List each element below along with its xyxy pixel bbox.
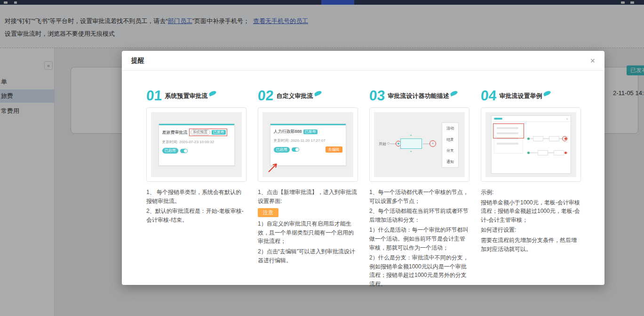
step-3-title: 审批流设计器功能描述 (388, 92, 449, 100)
step-4-example-text: 报销单金额小于1000元，老板-会计审核流程；报销单金额超过1000元，老板-会… (481, 198, 581, 225)
teal-swoosh-icon (543, 90, 551, 96)
red-highlight-box: 系统预置 已发布 (189, 129, 227, 136)
enabled-tag: 已启用 (162, 148, 178, 154)
flow-start-label: 开始 (379, 141, 386, 146)
menu-item-end: 结束 (446, 137, 454, 142)
step-2-point-1: 1）自定义的审批流只有启用后才能生效，且一个单据类型只能有一个启用的审批流程； (258, 219, 358, 246)
step-2-custom-flow: 02 自定义审批流 人力行政部888 已发布 更新时间: 2020-11-20 … (258, 86, 358, 290)
add-node-icon: + (410, 150, 412, 154)
enabled-tag: 已启用 (274, 147, 290, 153)
red-circle-highlight: + (429, 140, 436, 147)
step-4-description: 示例: 报销单金额小于1000元，老板-会计审核流程；报销单金额超过1000元，… (481, 188, 581, 253)
flow-start-node (387, 142, 390, 145)
preset-tag: 系统预置 (191, 130, 210, 135)
step-4-card: × (481, 107, 581, 182)
reminder-dialog: 提醒 × 01 系统预置审批流 差旅费审批流 (122, 51, 604, 285)
step-1-card: 差旅费审批流 系统预置 已发布 更新时间: 2020-07-23 10:00:3… (146, 107, 246, 182)
step-2-header: 02 自定义审批流 (258, 86, 358, 103)
step-3-thumbnail: 开始 + + + 活动 结束 分支 通知 (374, 112, 465, 177)
step-1-preset-flow: 01 系统预置审批流 差旅费审批流 系统预置 已发布 (146, 86, 246, 290)
step-3-description: 1、每一个活动都代表一个审核的节点，可以设置多个节点； 2、每个活动都能在当前环… (369, 188, 469, 289)
enabled-toggle (292, 147, 299, 152)
step-3-point-3: 1）什么是活动：每一个审批的环节都叫做一个活动。例如当前环节是会计主管审核，那就… (369, 226, 469, 252)
step-3-header: 03 审批流设计器功能描述 (369, 86, 469, 103)
step-3-point-4: 2）什么是分支：审批流中不同的分支，例如报销单金额1000元以内是一个审批流程；… (369, 253, 469, 288)
flow-node (538, 150, 548, 155)
designer-mini-window: × (491, 115, 571, 174)
flow-end-dot (564, 152, 567, 154)
menu-item-activity: 活动 (446, 126, 454, 131)
step-2-number: 02 (257, 89, 274, 103)
mini-update-time: 更新时间: 2020-07-23 10:00:32 (162, 139, 231, 145)
dialog-title: 提醒 (131, 57, 144, 65)
step-1-number: 01 (146, 89, 162, 103)
step-3-point-1: 1、每一个活动都代表一个审核的节点，可以设置多个节点； (369, 188, 469, 205)
step-3-designer-features: 03 审批流设计器功能描述 开始 + + + 活动 结束 (369, 86, 469, 290)
step-4-howto-text: 需要在流程前先增加分支条件，然后增加对应活动就可以。 (481, 236, 581, 253)
mini-close-icon: × (566, 117, 568, 121)
mini-card-title: 人力行政部888 (274, 129, 302, 135)
red-highlight-rect (493, 123, 524, 138)
step-1-point-2: 2、默认的审批流程是：开始-老板审核-会计审核-结束。 (146, 207, 246, 224)
step-4-title: 审批流设置举例 (499, 92, 542, 100)
menu-item-branch: 分支 (446, 148, 454, 153)
teal-swoosh-icon (450, 90, 458, 96)
menu-item-notify: 通知 (446, 159, 454, 164)
published-tag: 已发布 (212, 130, 226, 135)
close-icon[interactable]: × (590, 57, 595, 65)
mini-flow-card: 差旅费审批流 系统预置 已发布 更新时间: 2020-07-23 10:00:3… (159, 123, 235, 166)
flow-start-dot (527, 152, 530, 154)
mini-window-titlebar: × (492, 116, 571, 122)
step-3-card: 开始 + + + 活动 结束 分支 通知 (369, 107, 469, 182)
step-2-thumbnail: 人力行政部888 已发布 更新时间: 2020-11-20 17:27:07 已… (262, 112, 353, 177)
flow-node (533, 136, 543, 141)
form-field-bar (497, 143, 518, 145)
step-1-header: 01 系统预置审批流 (146, 86, 246, 103)
step-4-thumbnail: × (485, 112, 576, 177)
mini-update-time: 更新时间: 2020-11-20 17:27:07 (274, 138, 342, 143)
teal-swoosh-icon (208, 90, 217, 96)
mini-flow-card: 人力行政部888 已发布 更新时间: 2020-11-20 17:27:07 已… (270, 123, 346, 166)
step-2-description: 1、点击【新增审批流】，进入到审批流设置界面: 注意 1）自定义的审批流只有启用… (258, 188, 358, 265)
step-4-example-label: 示例: (481, 188, 581, 197)
dialog-body: 01 系统预置审批流 差旅费审批流 系统预置 已发布 (122, 71, 604, 290)
node-menu-panel: 活动 结束 分支 通知 (442, 122, 459, 168)
add-node-icon: + (410, 134, 412, 138)
mini-title-bar-accent (494, 118, 502, 120)
activity-node (400, 138, 422, 149)
note-badge: 注意 (258, 208, 278, 217)
step-4-howto-label: 如何进行设置: (481, 226, 581, 235)
step-1-thumbnail: 差旅费审批流 系统预置 已发布 更新时间: 2020-07-23 10:00:3… (151, 112, 242, 177)
step-3-point-2: 2、每个活动都能在当前环节前或者环节后增加活动和分支： (369, 207, 469, 224)
mini-card-title: 差旅费审批流 (162, 130, 188, 136)
teal-swoosh-icon (314, 90, 322, 96)
edit-button: 去编辑 (326, 146, 342, 153)
step-1-title: 系统预置审批流 (165, 92, 207, 100)
step-4-header: 04 审批流设置举例 (481, 86, 581, 103)
published-tag: 已发布 (303, 130, 318, 134)
step-4-setup-example: 04 审批流设置举例 × (481, 86, 581, 290)
step-2-intro: 1、点击【新增审批流】，进入到审批流设置界面: (258, 188, 358, 205)
step-2-title: 自定义审批流 (276, 92, 313, 100)
step-4-number: 04 (480, 89, 497, 103)
flow-node (549, 136, 559, 141)
flow-node (554, 150, 564, 155)
red-arrow-icon (267, 161, 279, 173)
step-2-point-2: 2）点击“去编辑”可以进入到审批流设计器进行编辑。 (258, 247, 358, 265)
enabled-toggle (180, 149, 188, 153)
step-1-point-1: 1、 每个报销单类型，系统会有默认的报销审批流。 (146, 188, 246, 205)
flow-start-dot (527, 138, 530, 140)
step-1-description: 1、 每个报销单类型，系统会有默认的报销审批流。 2、默认的审批流程是：开始-老… (146, 188, 246, 224)
step-2-card: 人力行政部888 已发布 更新时间: 2020-11-20 17:27:07 已… (258, 107, 358, 182)
flow-end-dot (564, 138, 567, 140)
mini-flow-area (526, 130, 568, 163)
step-3-number: 03 (369, 89, 385, 103)
dialog-header: 提醒 × (122, 51, 604, 71)
